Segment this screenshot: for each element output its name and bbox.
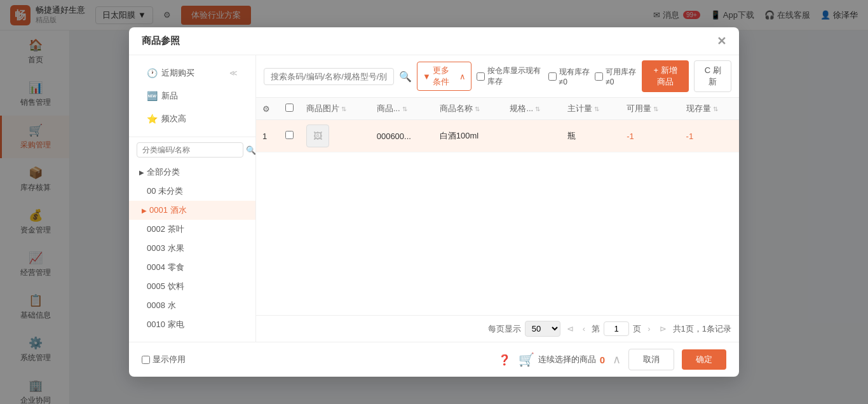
row-available: -1 <box>620 120 679 152</box>
category-0010[interactable]: 0010 家电 <box>129 315 255 334</box>
footer-right: ❓ 🛒 连续选择的商品 0 ∧ 取消 确定 <box>498 349 726 370</box>
category-0004[interactable]: 0004 零食 <box>129 258 255 277</box>
row-checkbox <box>279 120 300 152</box>
row-unit: 瓶 <box>561 120 620 152</box>
modal-title: 商品参照 <box>142 35 180 47</box>
active-expand-icon: ▶ <box>142 207 147 214</box>
search-toolbar: 🔍 ▼ 更多条件 ∧ 按仓库显示现有库存 现有库存≠0 <box>256 55 739 98</box>
last-page-button[interactable]: ⊳ <box>657 323 669 335</box>
new-product-item[interactable]: 🆕 新品 <box>139 86 245 105</box>
checkbox-available-input[interactable] <box>595 72 603 81</box>
star-icon: ⭐ <box>147 114 158 124</box>
checkbox-warehouse-input[interactable] <box>477 72 485 81</box>
col-stock: 现存量 ⇅ <box>680 98 739 120</box>
filter-up-icon: ∧ <box>459 72 466 81</box>
category-0002[interactable]: 0002 茶叶 <box>129 220 255 239</box>
modal-header: 商品参照 ✕ <box>129 27 739 55</box>
sort-icon-stock[interactable]: ⇅ <box>713 105 718 112</box>
add-product-button[interactable]: + 新增商品 <box>642 60 689 92</box>
row-image: 🖼 <box>300 120 370 152</box>
modal-close-button[interactable]: ✕ <box>717 36 726 47</box>
expand-icon: ▶ <box>139 169 144 176</box>
col-available: 可用量 ⇅ <box>620 98 679 120</box>
footer-collapse-icon[interactable]: ∧ <box>613 353 621 367</box>
category-0005[interactable]: 0005 饮料 <box>129 277 255 296</box>
row-stock: -1 <box>680 120 739 152</box>
category-search-input[interactable] <box>137 142 243 158</box>
col-code: 商品... ⇅ <box>370 98 433 120</box>
row-spec <box>503 120 560 152</box>
sort-icon-available[interactable]: ⇅ <box>653 105 658 112</box>
page-number-input[interactable] <box>604 321 629 336</box>
category-0008[interactable]: 0008 水 <box>129 296 255 315</box>
cart-area: 🛒 连续选择的商品 0 <box>519 352 605 367</box>
filter-icon: ▼ <box>423 72 431 81</box>
category-0003[interactable]: 0003 水果 <box>129 239 255 258</box>
modal-body: 🕐 近期购买 ≪ 🆕 新品 ⭐ 频次高 🔍 <box>129 55 739 342</box>
category-all[interactable]: ▶ 全部分类 <box>129 163 255 182</box>
sort-icon-unit[interactable]: ⇅ <box>594 105 599 112</box>
checkbox-available-nonzero[interactable]: 可用库存≠0 <box>595 67 637 86</box>
recent-icon: 🕐 <box>147 68 158 78</box>
next-page-button[interactable]: › <box>645 323 653 335</box>
table-row[interactable]: 1 🖼 <box>256 120 739 152</box>
cart-icon[interactable]: 🛒 <box>519 352 534 367</box>
category-search-row: 🔍 <box>129 140 255 160</box>
modal-overlay: 商品参照 ✕ 🕐 近期购买 ≪ 🆕 新品 ⭐ <box>0 0 868 404</box>
col-name: 商品名称 ⇅ <box>433 98 504 120</box>
sort-icon-spec[interactable]: ⇅ <box>535 105 540 112</box>
row-select-checkbox[interactable] <box>285 131 294 139</box>
product-search-input[interactable] <box>264 68 394 85</box>
modal-footer: 显示停用 ❓ 🛒 连续选择的商品 0 ∧ 取消 确定 <box>129 342 739 377</box>
col-spec: 规格... ⇅ <box>503 98 560 120</box>
col-checkbox <box>279 98 300 120</box>
product-image: 🖼 <box>306 125 329 147</box>
row-index: 1 <box>256 120 279 152</box>
pagination: 每页显示 50 20 100 ⊲ ‹ 第 页 › ⊳ 共1页，1条记录 <box>256 315 739 342</box>
help-icon[interactable]: ❓ <box>498 354 511 366</box>
product-reference-modal: 商品参照 ✕ 🕐 近期购买 ≪ 🆕 新品 ⭐ <box>129 27 739 377</box>
image-placeholder: 🖼 <box>313 131 322 141</box>
checkbox-by-warehouse[interactable]: 按仓库显示现有库存 <box>477 65 543 87</box>
product-table: ⚙ 商品图片 ⇅ <box>256 98 739 152</box>
left-panel: 🕐 近期购买 ≪ 🆕 新品 ⭐ 频次高 🔍 <box>129 55 256 342</box>
row-code: 000600... <box>370 120 433 152</box>
sort-icon-name[interactable]: ⇅ <box>475 105 480 112</box>
show-disabled-checkbox[interactable]: 显示停用 <box>142 354 186 365</box>
select-all-checkbox[interactable] <box>285 104 294 112</box>
sort-icon-image[interactable]: ⇅ <box>341 105 346 112</box>
toolbar-right: + 新增商品 C 刷新 <box>642 60 731 92</box>
category-list: ▶ 全部分类 00 未分类 ▶ 0001 酒水 0002 茶叶 0003 水果 <box>129 160 255 337</box>
new-icon: 🆕 <box>147 91 158 101</box>
left-panel-top: 🕐 近期购买 ≪ 🆕 新品 ⭐ 频次高 <box>129 60 255 134</box>
cancel-button[interactable]: 取消 <box>628 349 674 370</box>
right-panel: 🔍 ▼ 更多条件 ∧ 按仓库显示现有库存 现有库存≠0 <box>256 55 739 342</box>
confirm-button[interactable]: 确定 <box>682 349 726 370</box>
sort-icon-code[interactable]: ⇅ <box>402 105 407 112</box>
first-page-button[interactable]: ⊲ <box>564 323 576 335</box>
search-icon[interactable]: 🔍 <box>399 71 412 83</box>
frequent-item[interactable]: ⭐ 频次高 <box>139 109 245 128</box>
category-0001[interactable]: ▶ 0001 酒水 <box>129 201 255 220</box>
refresh-button[interactable]: C 刷新 <box>694 60 731 92</box>
recent-purchase-item[interactable]: 🕐 近期购买 ≪ <box>139 64 245 83</box>
checkbox-stock-input[interactable] <box>548 72 557 81</box>
settings-icon[interactable]: ⚙ <box>262 104 270 114</box>
col-settings[interactable]: ⚙ <box>256 98 279 120</box>
col-unit: 主计量 ⇅ <box>561 98 620 120</box>
prev-page-button[interactable]: ‹ <box>580 323 588 335</box>
col-image: 商品图片 ⇅ <box>300 98 370 120</box>
product-table-area: ⚙ 商品图片 ⇅ <box>256 98 739 315</box>
row-name: 白酒100ml <box>433 120 504 152</box>
category-00[interactable]: 00 未分类 <box>129 182 255 201</box>
checkbox-stock-nonzero[interactable]: 现有库存≠0 <box>548 67 590 86</box>
filter-button[interactable]: ▼ 更多条件 ∧ <box>417 62 471 91</box>
collapse-icon[interactable]: ≪ <box>229 69 238 77</box>
show-disabled-input[interactable] <box>142 356 150 364</box>
category-search-icon[interactable]: 🔍 <box>246 145 256 155</box>
left-panel-divider <box>129 137 255 137</box>
per-page-select[interactable]: 50 20 100 <box>525 321 560 337</box>
